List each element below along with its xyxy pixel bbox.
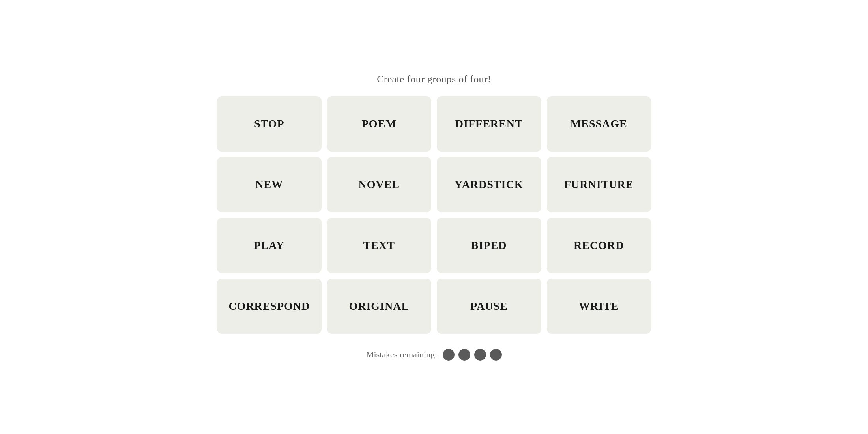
word-label-pause: PAUSE xyxy=(470,300,508,312)
mistakes-label: Mistakes remaining: xyxy=(366,350,437,360)
mistake-dot-1 xyxy=(443,349,455,361)
word-card-furniture[interactable]: FURNITURE xyxy=(547,157,651,212)
word-label-correspond: CORRESPOND xyxy=(228,300,310,312)
word-card-novel[interactable]: NOVEL xyxy=(327,157,432,212)
word-card-new[interactable]: NEW xyxy=(217,157,322,212)
word-card-write[interactable]: WRITE xyxy=(547,279,651,334)
word-card-different[interactable]: DIFFERENT xyxy=(437,96,541,152)
word-label-write: WRITE xyxy=(579,300,619,312)
subtitle: Create four groups of four! xyxy=(377,73,491,85)
word-card-biped[interactable]: BIPED xyxy=(437,218,541,273)
word-card-pause[interactable]: PAUSE xyxy=(437,279,541,334)
mistakes-row: Mistakes remaining: xyxy=(366,349,502,361)
word-card-text[interactable]: TEXT xyxy=(327,218,432,273)
word-label-yardstick: YARDSTICK xyxy=(455,178,523,191)
dots-container xyxy=(443,349,502,361)
word-card-correspond[interactable]: CORRESPOND xyxy=(217,279,322,334)
word-label-play: PLAY xyxy=(254,239,284,252)
word-label-record: RECORD xyxy=(574,239,624,252)
word-label-text: TEXT xyxy=(363,239,395,252)
mistake-dot-2 xyxy=(458,349,470,361)
word-label-different: DIFFERENT xyxy=(455,118,523,130)
word-label-biped: BIPED xyxy=(471,239,507,252)
word-grid: STOPPOEMDIFFERENTMESSAGENEWNOVELYARDSTIC… xyxy=(217,96,651,334)
word-card-play[interactable]: PLAY xyxy=(217,218,322,273)
word-label-stop: STOP xyxy=(254,118,284,130)
mistake-dot-4 xyxy=(490,349,502,361)
mistake-dot-3 xyxy=(474,349,486,361)
word-card-stop[interactable]: STOP xyxy=(217,96,322,152)
word-label-new: NEW xyxy=(255,178,283,191)
word-label-furniture: FURNITURE xyxy=(564,178,633,191)
word-label-original: ORIGINAL xyxy=(349,300,409,312)
word-label-novel: NOVEL xyxy=(358,178,400,191)
word-card-message[interactable]: MESSAGE xyxy=(547,96,651,152)
word-card-original[interactable]: ORIGINAL xyxy=(327,279,432,334)
word-label-poem: POEM xyxy=(362,118,397,130)
word-label-message: MESSAGE xyxy=(571,118,627,130)
word-card-record[interactable]: RECORD xyxy=(547,218,651,273)
word-card-yardstick[interactable]: YARDSTICK xyxy=(437,157,541,212)
word-card-poem[interactable]: POEM xyxy=(327,96,432,152)
game-container: Create four groups of four! STOPPOEMDIFF… xyxy=(217,73,651,361)
